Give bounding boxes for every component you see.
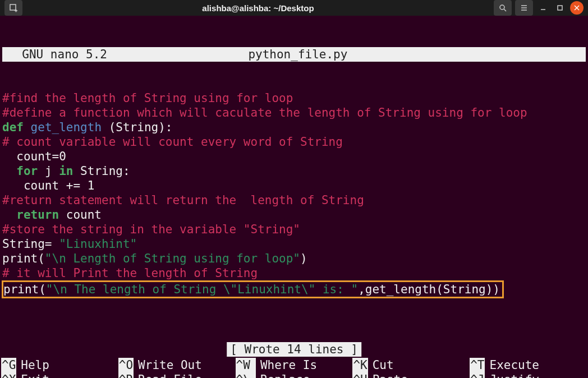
maximize-button[interactable] xyxy=(553,1,567,15)
code-text: ) xyxy=(300,252,307,265)
shortcut-label: Replace xyxy=(260,372,310,378)
shortcut-label: Justify xyxy=(489,372,539,378)
code-text: (String): xyxy=(102,121,172,134)
string-literal: "\n The length of String \"Linuxhint\" i… xyxy=(46,283,358,296)
code-area: #find the length of String using for loo… xyxy=(2,91,586,298)
shortcut-label: Paste xyxy=(373,372,408,378)
shortcut-key: ^U xyxy=(352,372,368,378)
shortcut-readfile: ^RRead File xyxy=(118,372,236,378)
code-line: #return statement will return the length… xyxy=(2,193,364,207)
shortcut-justify: ^JJustify xyxy=(470,372,587,378)
shortcut-label: Execute xyxy=(489,358,539,372)
shortcut-key: ^G xyxy=(1,358,16,372)
svg-rect-0 xyxy=(10,4,16,10)
shortcut-writeout: ^OWrite Out xyxy=(118,358,236,372)
svg-line-4 xyxy=(504,9,506,11)
shortcut-replace: ^\Replace xyxy=(236,372,353,378)
keyword-in: in xyxy=(59,164,73,178)
shortcut-label: Exit xyxy=(21,372,49,378)
code-text: j xyxy=(38,164,59,178)
nano-shortcuts: ^GHelp ^OWrite Out ^WWhere Is ^KCut ^TEx… xyxy=(0,358,588,378)
shortcut-label: Read File xyxy=(138,372,202,378)
keyword-def: def xyxy=(2,121,24,134)
shortcut-key: ^J xyxy=(470,372,485,378)
code-line: # it will Print the length of String xyxy=(2,266,258,280)
code-line: #define a function which will caculate t… xyxy=(2,106,527,119)
shortcut-label: Cut xyxy=(373,358,394,372)
terminal-content[interactable]: GNU nano 5.2 python_file.py #find the le… xyxy=(0,16,588,378)
shortcut-whereis: ^WWhere Is xyxy=(236,358,353,372)
code-text: count xyxy=(59,208,102,222)
code-line: # count variable will count every word o… xyxy=(2,135,343,149)
nano-filename: python_file.py xyxy=(248,48,347,61)
shortcut-exit: ^XExit xyxy=(1,372,118,378)
shortcut-key: ^\ xyxy=(236,372,256,378)
close-button[interactable] xyxy=(570,1,584,15)
terminal-window: alishba@alishba: ~/Desktop GNU nano 5.2 … xyxy=(0,0,588,378)
code-text: String: xyxy=(73,164,130,178)
function-name: get_length xyxy=(31,121,102,134)
string-literal: "\n Length of String using for loop" xyxy=(45,252,300,265)
code-text: String= xyxy=(2,237,59,251)
svg-point-3 xyxy=(500,5,504,10)
new-tab-button[interactable] xyxy=(4,0,22,16)
code-text xyxy=(2,164,16,178)
shortcut-label: Help xyxy=(21,358,49,372)
code-text: print( xyxy=(2,252,45,265)
nano-status: [ Wrote 14 lines ] xyxy=(227,342,361,357)
shortcut-key: ^K xyxy=(352,358,368,372)
code-line: #find the length of String using for loo… xyxy=(2,91,293,105)
titlebar: alishba@alishba: ~/Desktop xyxy=(0,0,588,16)
string-literal: "Linuxhint" xyxy=(59,237,137,251)
svg-rect-9 xyxy=(558,6,562,10)
code-line: count=0 xyxy=(2,150,66,163)
shortcut-paste: ^UPaste xyxy=(352,372,470,378)
minimize-button[interactable] xyxy=(536,1,550,15)
shortcut-label: Write Out xyxy=(138,358,202,372)
shortcut-key: ^X xyxy=(1,372,16,378)
keyword-return: return xyxy=(16,208,59,222)
highlighted-line: print("\n The length of String \"Linuxhi… xyxy=(2,280,504,298)
code-text xyxy=(2,208,16,222)
keyword-for: for xyxy=(16,164,38,178)
shortcut-key: ^W xyxy=(236,358,256,372)
menu-button[interactable] xyxy=(515,0,533,16)
window-title: alishba@alishba: ~/Desktop xyxy=(22,3,494,13)
code-text: print( xyxy=(3,283,46,296)
shortcut-label: Where Is xyxy=(260,358,317,372)
shortcut-key: ^R xyxy=(118,372,134,378)
search-button[interactable] xyxy=(494,0,512,16)
shortcut-help: ^GHelp xyxy=(1,358,118,372)
nano-app-name: GNU nano 5.2 xyxy=(22,48,107,61)
shortcut-cut: ^KCut xyxy=(352,358,470,372)
shortcut-execute: ^TExecute xyxy=(470,358,587,372)
code-text: ,get_length(String)) xyxy=(358,283,500,296)
code-line: #store the string in the variable "Strin… xyxy=(2,223,300,236)
shortcut-key: ^T xyxy=(470,358,485,372)
nano-header: GNU nano 5.2 python_file.py xyxy=(2,47,586,62)
code-line: count += 1 xyxy=(2,179,94,192)
shortcut-key: ^O xyxy=(118,358,134,372)
